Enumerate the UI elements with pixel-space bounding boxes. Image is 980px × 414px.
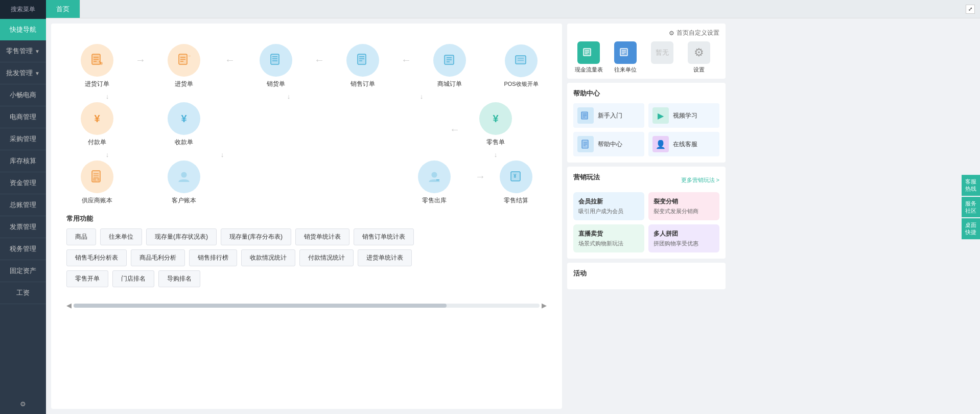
btn-goods[interactable]: 商品 bbox=[66, 228, 96, 245]
btn-guide-rank[interactable]: 导购排名 bbox=[158, 270, 200, 287]
flow-node-purchase[interactable]: → 进货单 bbox=[153, 44, 215, 88]
svg-text:¥: ¥ bbox=[514, 173, 517, 179]
btn-sale-rank[interactable]: 销售排行榜 bbox=[189, 249, 237, 266]
flow-node-payment[interactable]: ¥ 付款单 bbox=[66, 102, 128, 147]
spacer-1 bbox=[480, 60, 496, 73]
qa-item-settings[interactable]: ⚙ 设置 bbox=[684, 41, 714, 74]
flow-node-customer-book[interactable]: 客户账本 bbox=[153, 160, 215, 205]
help-doc-icon bbox=[577, 136, 594, 152]
scroll-left-btn[interactable]: ◀ bbox=[66, 302, 72, 309]
spacer-2 bbox=[128, 102, 153, 112]
down-arrow-retail: ↓ bbox=[465, 151, 526, 158]
marketing-more-link[interactable]: 更多营销玩法 > bbox=[681, 176, 719, 184]
down-arrow-pos: ↓ bbox=[388, 93, 455, 100]
sidebar-item-assets[interactable]: 固定资产 bbox=[0, 260, 46, 282]
qa-item-none[interactable]: 暂无 暂无 bbox=[647, 41, 678, 74]
help-title: 帮助中心 bbox=[573, 89, 719, 98]
sidebar-item-wholesale[interactable]: 批发管理 ▼ bbox=[0, 62, 46, 84]
btn-sale-profit[interactable]: 销售毛利分析表 bbox=[66, 249, 127, 266]
marketing-header: 营销玩法 更多营销玩法 > bbox=[573, 173, 719, 187]
flow-node-retail[interactable]: ¥ 零售单 bbox=[465, 102, 526, 147]
sidebar-item-ledger[interactable]: 总账管理 bbox=[0, 194, 46, 216]
help-item-video[interactable]: ▶ 视频学习 bbox=[648, 103, 719, 128]
btn-sale-order-stat[interactable]: 销售订单统计表 bbox=[354, 228, 414, 245]
btn-stock-dist[interactable]: 现存量(库存分布表) bbox=[221, 228, 291, 245]
flow-section: 进货订单 → → bbox=[61, 34, 552, 214]
marketing-card-fission[interactable]: 裂变分销 裂变式发展分销商 bbox=[648, 192, 719, 220]
scroll-right-btn[interactable]: ▶ bbox=[542, 302, 547, 309]
pos-icon bbox=[505, 44, 538, 77]
help-item-service[interactable]: 👤 在线客服 bbox=[648, 132, 719, 156]
flow-node-pos[interactable]: POS收银开单 bbox=[496, 44, 547, 88]
btn-sale-stat[interactable]: 销货单统计表 bbox=[295, 228, 349, 245]
quick-access-settings[interactable]: ⚙ 首页自定义设置 bbox=[573, 29, 719, 37]
flow-node-sales-order[interactable]: 销售订单 bbox=[332, 44, 393, 88]
receipt-icon: ¥ bbox=[168, 102, 200, 135]
retail-settle-icon: ¥ bbox=[500, 160, 532, 193]
quick-access-items: 现金流量表 往来单位 bbox=[573, 41, 719, 74]
quick-access-section: ⚙ 首页自定义设置 现金流量表 bbox=[567, 24, 726, 79]
activity-title: 活动 bbox=[573, 269, 719, 278]
btn-stock-status[interactable]: 现存量(库存状况表) bbox=[146, 228, 217, 245]
flow-node-supplier-book[interactable]: 账本 供应商账本 bbox=[66, 160, 128, 205]
common-section: 常用功能 商品 往来单位 现存量(库存状况表) 现存量(库存分布表) 销货单统计… bbox=[61, 214, 552, 296]
sale-icon bbox=[260, 44, 292, 77]
marketing-card-member[interactable]: 会员拉新 吸引用户成为会员 bbox=[573, 192, 644, 220]
svg-rect-12 bbox=[271, 54, 279, 64]
sidebar-item-purchase[interactable]: 采购管理 bbox=[0, 128, 46, 150]
btn-store-rank[interactable]: 门店排名 bbox=[112, 270, 154, 287]
sidebar-item-invoice[interactable]: 发票管理 bbox=[0, 216, 46, 238]
purchase-order-icon bbox=[81, 44, 113, 77]
btn-retail-order[interactable]: 零售开单 bbox=[66, 270, 108, 287]
scroll-bar[interactable]: ◀ ▶ bbox=[61, 302, 552, 309]
expand-button[interactable]: ⤢ bbox=[966, 5, 975, 14]
sidebar-search[interactable]: 搜索菜单 bbox=[0, 0, 46, 19]
down-arrow-payment: ↓ bbox=[77, 151, 138, 158]
svg-rect-27 bbox=[516, 56, 526, 64]
sidebar-item-ecom2[interactable]: 电商管理 bbox=[0, 106, 46, 128]
svg-point-5 bbox=[100, 62, 103, 65]
sidebar-item-retail[interactable]: 零售管理 ▼ bbox=[0, 40, 46, 62]
float-btn-community[interactable]: 服务社区 bbox=[962, 197, 980, 218]
btn-payment-stat[interactable]: 付款情况统计 bbox=[299, 249, 354, 266]
sidebar-item-inventory[interactable]: 库存核算 bbox=[0, 150, 46, 172]
float-btn-service[interactable]: 客服热线 bbox=[962, 175, 980, 196]
marketing-card-group[interactable]: 多人拼团 拼团购物享受优惠 bbox=[648, 224, 719, 252]
btn-purchase-stat[interactable]: 进货单统计表 bbox=[358, 249, 412, 266]
main-area: 首页 ⤢ bbox=[46, 0, 980, 414]
svg-point-37 bbox=[181, 172, 186, 177]
btn-goods-profit[interactable]: 商品毛利分析 bbox=[131, 249, 185, 266]
flow-node-mall-order[interactable]: 商城订单 bbox=[419, 44, 480, 88]
qa-item-counterpart[interactable]: 往来单位 bbox=[610, 41, 641, 74]
sidebar-settings-icon[interactable]: ⚙ bbox=[0, 394, 46, 414]
btn-receipt-stat[interactable]: 收款情况统计 bbox=[241, 249, 295, 266]
video-icon: ▶ bbox=[652, 107, 669, 124]
help-item-help[interactable]: 帮助中心 bbox=[573, 132, 644, 156]
flow-node-purchase-order[interactable]: 进货订单 bbox=[66, 44, 128, 88]
arrow-left-2: ← bbox=[307, 54, 332, 78]
qa-item-cashflow[interactable]: 现金流量表 bbox=[573, 41, 604, 74]
flow-node-sale[interactable]: 销货单 bbox=[245, 44, 307, 88]
common-title: 常用功能 bbox=[66, 214, 547, 223]
float-btn-desktop[interactable]: 桌面快捷 bbox=[962, 218, 980, 239]
sidebar-nav-item[interactable]: 快捷导航 bbox=[0, 19, 46, 40]
payment-icon: ¥ bbox=[81, 102, 113, 135]
tab-home[interactable]: 首页 bbox=[46, 0, 80, 18]
btn-counterpart[interactable]: 往来单位 bbox=[100, 228, 142, 245]
retail-icon: ¥ bbox=[479, 102, 512, 135]
sidebar-item-ecom1[interactable]: 小畅电商 bbox=[0, 84, 46, 106]
svg-point-38 bbox=[432, 172, 437, 177]
sidebar-item-salary[interactable]: 工资 bbox=[0, 282, 46, 304]
scroll-thumb bbox=[74, 304, 447, 308]
svg-text:→: → bbox=[187, 54, 191, 58]
mall-order-icon bbox=[433, 44, 466, 77]
help-item-beginner[interactable]: 新手入门 bbox=[573, 103, 644, 128]
sidebar-item-funds[interactable]: 资金管理 bbox=[0, 172, 46, 194]
sidebar-item-tax[interactable]: 税务管理 bbox=[0, 238, 46, 260]
flow-node-retail-settle[interactable]: ¥ 零售结算 bbox=[485, 160, 547, 205]
flow-node-retail-out[interactable]: 零售出库 bbox=[404, 160, 465, 205]
flow-node-receipt[interactable]: ¥ 收款单 bbox=[153, 102, 215, 147]
marketing-card-live[interactable]: 直播卖货 场景式购物新玩法 bbox=[573, 224, 644, 252]
tab-bar: 首页 ⤢ bbox=[46, 0, 980, 18]
customer-book-icon bbox=[168, 160, 200, 193]
